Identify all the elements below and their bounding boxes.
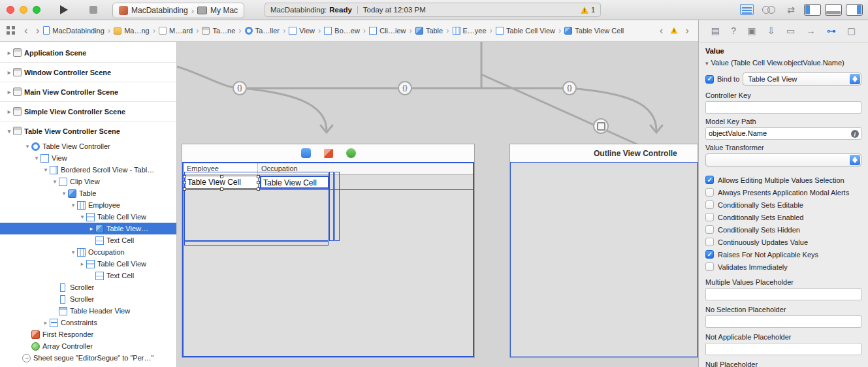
outline-row-selected[interactable]: ▸Table View… xyxy=(0,223,176,234)
disclosure-open-icon[interactable]: ▾ xyxy=(69,249,77,255)
bind-to-checkbox[interactable] xyxy=(705,75,714,84)
option-checkbox[interactable] xyxy=(705,176,714,184)
disclosure-closed-icon[interactable]: ▸ xyxy=(5,89,13,95)
placeholder-field[interactable] xyxy=(705,343,861,355)
table-view-cell[interactable]: Table View Cell xyxy=(260,176,329,189)
disclosure-open-icon[interactable]: ▾ xyxy=(33,155,40,161)
disclosure-closed-icon[interactable]: ▸ xyxy=(42,319,50,326)
identity-inspector-tab[interactable]: ▣ xyxy=(747,26,756,35)
toggle-navigator-panel-button[interactable] xyxy=(804,4,821,16)
placeholder-field[interactable] xyxy=(705,288,861,300)
quick-help-inspector-tab[interactable]: ? xyxy=(731,26,736,35)
disclosure-open-icon[interactable]: ▾ xyxy=(42,167,50,173)
outline-row[interactable]: ▸Window Controller Scene xyxy=(0,63,176,82)
outline-view-body[interactable] xyxy=(510,162,698,357)
breadcrumb-item[interactable]: Ma…ng xyxy=(114,26,150,35)
assistant-editor-button[interactable] xyxy=(760,3,778,16)
outline-row[interactable]: Text Cell xyxy=(0,270,176,281)
disclosure-closed-icon[interactable]: ▸ xyxy=(5,69,13,76)
disclosure-closed-icon[interactable]: ▸ xyxy=(5,108,13,115)
toggle-inspector-panel-button[interactable] xyxy=(846,4,863,16)
view-controller-icon[interactable] xyxy=(301,148,311,158)
resize-handle[interactable] xyxy=(183,175,186,178)
breadcrumb-item[interactable]: M…ard xyxy=(159,27,193,35)
disclosure-open-icon[interactable]: ▾ xyxy=(5,128,13,135)
resize-handle[interactable] xyxy=(257,181,260,184)
zoom-button[interactable] xyxy=(33,6,40,14)
minimize-button[interactable] xyxy=(20,6,27,14)
disclosure-open-icon[interactable]: ▾ xyxy=(78,214,86,220)
breadcrumb-item[interactable]: E…yee xyxy=(453,27,487,35)
exit-segue-icon[interactable] xyxy=(346,148,356,158)
scheme-selector[interactable]: MacDatabinding My Mac xyxy=(112,3,244,18)
connections-inspector-tab[interactable]: → xyxy=(806,26,815,35)
segue-badge[interactable]: {} xyxy=(233,81,247,95)
outline-row[interactable]: ▾Table xyxy=(0,187,176,199)
resize-handle[interactable] xyxy=(257,175,260,178)
breadcrumb-item[interactable]: Table Cell View xyxy=(496,27,555,35)
disclosure-open-icon[interactable]: ▾ xyxy=(60,190,68,197)
outline-row[interactable]: ▾Table Cell View xyxy=(0,211,176,223)
option-checkbox[interactable] xyxy=(705,238,714,246)
option-checkbox[interactable] xyxy=(705,213,714,221)
outline-row[interactable]: ▾Clip View xyxy=(0,176,176,187)
storyboard-segue-badge[interactable] xyxy=(593,118,609,134)
outline-row[interactable]: Text Cell xyxy=(0,234,176,246)
warning-badge[interactable]: 1 xyxy=(581,6,595,14)
file-inspector-tab[interactable]: ▤ xyxy=(711,26,720,35)
outline-row[interactable]: ▾Table View Controller xyxy=(0,140,176,152)
resize-handle[interactable] xyxy=(220,175,223,178)
placeholder-field[interactable] xyxy=(705,315,861,328)
version-editor-button[interactable]: ⇄ xyxy=(782,3,800,16)
outline-row[interactable]: ▸Simple View Controller Scene xyxy=(0,102,176,121)
outline-view-controller-frame[interactable]: Outline View Controlle xyxy=(509,144,698,358)
disclosure-closed-icon[interactable]: ▸ xyxy=(88,225,95,232)
outline-row[interactable]: Table Header View xyxy=(0,305,176,317)
disclosure-open-icon[interactable]: ▾ xyxy=(69,202,77,208)
forward-button[interactable]: › xyxy=(32,25,44,36)
table-view-controller-frame[interactable]: Employee Occupation Table View Cell Tabl… xyxy=(182,144,475,358)
outline-row[interactable]: ▾View xyxy=(0,152,176,164)
breadcrumb-item[interactable]: Ta…ne xyxy=(202,27,235,35)
option-checkbox[interactable] xyxy=(705,225,714,234)
outline-row[interactable]: Sheet segue "EditorSegue" to "Per…" xyxy=(0,352,176,364)
size-inspector-tab[interactable]: ▭ xyxy=(786,26,795,35)
model-key-path-field[interactable]: objectValue.Name xyxy=(705,127,861,140)
related-items-icon[interactable] xyxy=(7,26,15,35)
breadcrumb-item[interactable]: Bo…ew xyxy=(324,27,360,35)
previous-issue-button[interactable]: ‹ xyxy=(656,25,667,36)
standard-editor-button[interactable] xyxy=(737,3,756,16)
back-button[interactable]: ‹ xyxy=(20,25,32,36)
warning-icon[interactable] xyxy=(671,27,678,34)
outline-row[interactable]: Scroller xyxy=(0,281,176,293)
resize-handle[interactable] xyxy=(220,187,223,191)
attributes-inspector-tab[interactable]: ⇩ xyxy=(767,26,775,35)
segue-badge[interactable]: {} xyxy=(398,81,412,95)
outline-row[interactable]: ▸Table Cell View xyxy=(0,258,176,270)
breadcrumb-item[interactable]: Table View Cell xyxy=(564,27,624,35)
resize-handle[interactable] xyxy=(257,187,260,191)
toggle-debug-panel-button[interactable] xyxy=(825,4,842,16)
binding-disclosure-row[interactable]: Value (Table Cell View.objectValue.Name) xyxy=(705,59,861,67)
value-transformer-popup[interactable] xyxy=(705,153,861,167)
disclosure-closed-icon[interactable]: ▸ xyxy=(5,50,13,56)
disclosure-open-icon[interactable]: ▾ xyxy=(24,143,31,150)
option-checkbox[interactable] xyxy=(705,263,714,271)
first-responder-icon[interactable] xyxy=(324,149,333,158)
stop-button[interactable] xyxy=(89,6,97,14)
disclosure-closed-icon[interactable]: ▸ xyxy=(78,261,86,267)
keypath-info-icon[interactable] xyxy=(851,130,859,138)
option-checkbox[interactable] xyxy=(705,188,714,197)
outline-row[interactable]: ▸Constraints xyxy=(0,317,176,328)
outline-row[interactable]: Array Controller xyxy=(0,340,176,352)
table-scroll-view[interactable]: Employee Occupation Table View Cell Tabl… xyxy=(182,162,474,357)
breadcrumb-item[interactable]: Cli…iew xyxy=(369,27,406,35)
view-effects-inspector-tab[interactable]: ▢ xyxy=(847,26,856,35)
option-checkbox[interactable] xyxy=(705,200,714,209)
disclosure-open-icon[interactable]: ▾ xyxy=(51,178,59,185)
breadcrumb-item[interactable]: Ta…ller xyxy=(245,27,280,35)
next-issue-button[interactable]: › xyxy=(681,25,693,36)
resize-handle[interactable] xyxy=(183,187,186,191)
bind-to-popup[interactable]: Table Cell View xyxy=(743,72,861,86)
outline-row[interactable]: ▸Main View Controller Scene xyxy=(0,82,176,102)
